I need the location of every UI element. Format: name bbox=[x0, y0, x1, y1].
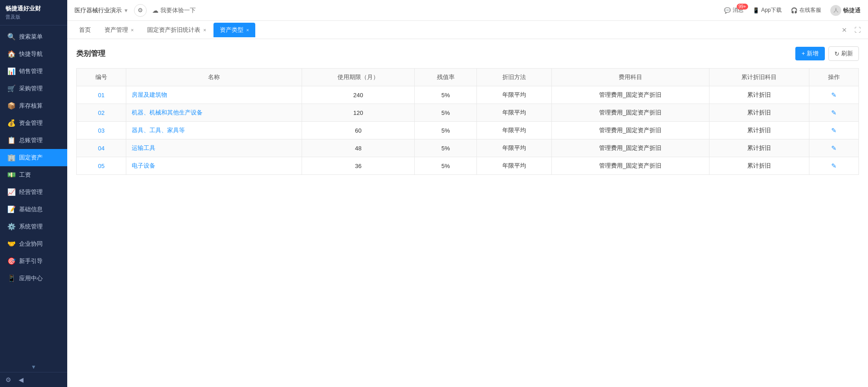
sidebar-item-fixed-assets[interactable]: 🏢 固定资产 bbox=[0, 149, 67, 166]
row-1-col-7[interactable]: ✎ bbox=[809, 104, 858, 122]
sidebar-item-enterprise[interactable]: 🤝 企业协同 bbox=[0, 235, 67, 253]
sidebar-nav: 🔍 搜索菜单 🏠 快捷导航 📊 销售管理 🛒 采购管理 📦 库存核算 💰 资金管… bbox=[0, 25, 67, 362]
edit-icon-row-2[interactable]: ✎ bbox=[831, 127, 837, 134]
collapse-icon[interactable]: ◀ bbox=[19, 376, 24, 383]
page-actions: + 新增 ↻ 刷新 bbox=[795, 46, 859, 61]
refresh-icon: ↻ bbox=[834, 50, 839, 57]
sidebar-item-basic-info[interactable]: 📝 基础信息 bbox=[0, 201, 67, 218]
scroll-indicator: ▼ bbox=[0, 362, 67, 372]
sidebar-item-sales[interactable]: 📊 销售管理 bbox=[0, 63, 67, 80]
row-2-col-2: 60 bbox=[302, 122, 415, 139]
sidebar-bottom: ⚙ ◀ bbox=[0, 372, 67, 387]
row-1-col-4: 年限平均 bbox=[477, 104, 552, 122]
row-2-col-6: 累计折旧 bbox=[709, 122, 809, 139]
row-0-col-1[interactable]: 房屋及建筑物 bbox=[126, 86, 302, 104]
app-download-button[interactable]: 📱 App下载 bbox=[753, 6, 782, 14]
tab-label-asset-type: 资产类型 bbox=[220, 26, 243, 34]
topbar-left: 医疗器械行业演示 ▼ ⚙ ☁ 我要体验一下 bbox=[74, 4, 196, 17]
row-0-col-7[interactable]: ✎ bbox=[809, 86, 858, 104]
page-header: 类别管理 + 新增 ↻ 刷新 bbox=[76, 46, 859, 61]
edit-icon-row-3[interactable]: ✎ bbox=[831, 144, 837, 152]
row-0-col-0[interactable]: 01 bbox=[77, 86, 126, 104]
close-window-icon[interactable]: ✕ bbox=[840, 25, 849, 35]
col-header-7: 操作 bbox=[809, 69, 858, 86]
sidebar-item-system[interactable]: ⚙️ 系统管理 bbox=[0, 218, 67, 235]
sidebar-item-salary[interactable]: 💵 工资 bbox=[0, 166, 67, 184]
app-subtitle: 普及版 bbox=[5, 14, 62, 20]
sidebar-label-quick-nav: 快捷导航 bbox=[19, 50, 43, 58]
col-header-1: 名称 bbox=[126, 69, 302, 86]
topbar-right: 💬 消息 99+ 📱 App下载 🎧 在线客服 人 畅捷通 bbox=[724, 5, 861, 16]
row-2-col-1[interactable]: 器具、工具、家具等 bbox=[126, 122, 302, 139]
sidebar-item-purchase[interactable]: 🛒 采购管理 bbox=[0, 80, 67, 97]
sidebar: 畅捷通好业财 普及版 🔍 搜索菜单 🏠 快捷导航 📊 销售管理 🛒 采购管理 📦… bbox=[0, 0, 67, 387]
tab-asset-mgmt[interactable]: 资产管理× bbox=[98, 23, 140, 37]
row-1-col-5: 管理费用_固定资产折旧 bbox=[551, 104, 709, 122]
row-0-col-3: 5% bbox=[415, 86, 477, 104]
row-3-col-0[interactable]: 04 bbox=[77, 139, 126, 157]
sidebar-item-quick-nav[interactable]: 🏠 快捷导航 bbox=[0, 45, 67, 63]
row-4-col-0[interactable]: 05 bbox=[77, 157, 126, 175]
sidebar-item-ledger[interactable]: 📋 总账管理 bbox=[0, 132, 67, 149]
guide-icon: 🎯 bbox=[7, 257, 15, 265]
trial-button[interactable]: ☁ 我要体验一下 bbox=[152, 6, 196, 15]
user-menu[interactable]: 人 畅捷通 bbox=[830, 5, 861, 16]
row-1-col-1[interactable]: 机器、机械和其他生产设备 bbox=[126, 104, 302, 122]
tab-close-asset-type[interactable]: × bbox=[246, 27, 249, 33]
edit-icon-row-4[interactable]: ✎ bbox=[831, 162, 837, 169]
row-4-col-6: 累计折旧 bbox=[709, 157, 809, 175]
row-3-col-4: 年限平均 bbox=[477, 139, 552, 157]
tab-label-home: 首页 bbox=[79, 26, 91, 34]
row-3-col-7[interactable]: ✎ bbox=[809, 139, 858, 157]
tab-home[interactable]: 首页 bbox=[73, 23, 97, 37]
category-table: 编号名称使用期限（月）残值率折旧方法费用科目累计折旧科目操作 01房屋及建筑物2… bbox=[76, 68, 859, 175]
app-download-label: App下载 bbox=[761, 6, 782, 14]
topbar-settings-button[interactable]: ⚙ bbox=[134, 4, 147, 17]
tab-asset-type[interactable]: 资产类型× bbox=[213, 23, 255, 37]
sidebar-label-basic-info: 基础信息 bbox=[19, 205, 43, 213]
row-1-col-6: 累计折旧 bbox=[709, 104, 809, 122]
sales-icon: 📊 bbox=[7, 67, 15, 75]
tab-list: 首页资产管理×固定资产折旧统计表×资产类型× bbox=[73, 23, 255, 37]
sidebar-item-app-center[interactable]: 📱 应用中心 bbox=[0, 270, 67, 287]
col-header-6: 累计折旧科目 bbox=[709, 69, 809, 86]
online-service-button[interactable]: 🎧 在线客服 bbox=[791, 6, 821, 14]
expand-icon[interactable]: ⛶ bbox=[853, 25, 863, 35]
refresh-button[interactable]: ↻ 刷新 bbox=[828, 46, 859, 61]
enterprise-icon: 🤝 bbox=[7, 240, 15, 248]
row-3-col-1[interactable]: 运输工具 bbox=[126, 139, 302, 157]
row-2-col-7[interactable]: ✎ bbox=[809, 122, 858, 139]
messages-button[interactable]: 💬 消息 99+ bbox=[724, 6, 744, 14]
new-button[interactable]: + 新增 bbox=[795, 47, 825, 60]
refresh-label: 刷新 bbox=[841, 50, 853, 58]
sidebar-item-capital[interactable]: 💰 资金管理 bbox=[0, 114, 67, 132]
row-4-col-1[interactable]: 电子设备 bbox=[126, 157, 302, 175]
sidebar-item-search[interactable]: 🔍 搜索菜单 bbox=[0, 28, 67, 45]
purchase-icon: 🛒 bbox=[7, 84, 15, 93]
col-header-3: 残值率 bbox=[415, 69, 477, 86]
edit-icon-row-1[interactable]: ✎ bbox=[831, 109, 837, 116]
tab-close-fixed-asset-stat[interactable]: × bbox=[203, 27, 206, 33]
row-3-col-6: 累计折旧 bbox=[709, 139, 809, 157]
settings-icon[interactable]: ⚙ bbox=[5, 376, 11, 383]
download-icon: 📱 bbox=[753, 7, 759, 14]
sidebar-item-operations[interactable]: 📈 经营管理 bbox=[0, 184, 67, 201]
tab-label-fixed-asset-stat: 固定资产折旧统计表 bbox=[147, 26, 200, 34]
row-1-col-3: 5% bbox=[415, 104, 477, 122]
company-selector[interactable]: 医疗器械行业演示 ▼ bbox=[74, 6, 129, 15]
sidebar-item-guide[interactable]: 🎯 新手引导 bbox=[0, 253, 67, 270]
row-1-col-0[interactable]: 02 bbox=[77, 104, 126, 122]
edit-icon-row-0[interactable]: ✎ bbox=[831, 91, 837, 99]
table-header: 编号名称使用期限（月）残值率折旧方法费用科目累计折旧科目操作 bbox=[77, 69, 859, 86]
row-4-col-7[interactable]: ✎ bbox=[809, 157, 858, 175]
page-content: 类别管理 + 新增 ↻ 刷新 编号名称使用期限（月）残值率折旧方法费用科目累计折… bbox=[67, 39, 868, 387]
tab-fixed-asset-stat[interactable]: 固定资产折旧统计表× bbox=[141, 23, 212, 37]
ledger-icon: 📋 bbox=[7, 136, 15, 144]
row-3-col-5: 管理费用_固定资产折旧 bbox=[551, 139, 709, 157]
app-title: 畅捷通好业财 bbox=[5, 5, 62, 13]
sidebar-label-system: 系统管理 bbox=[19, 223, 43, 231]
operations-icon: 📈 bbox=[7, 188, 15, 196]
row-2-col-0[interactable]: 03 bbox=[77, 122, 126, 139]
sidebar-item-inventory[interactable]: 📦 库存核算 bbox=[0, 97, 67, 114]
tab-close-asset-mgmt[interactable]: × bbox=[131, 27, 134, 33]
